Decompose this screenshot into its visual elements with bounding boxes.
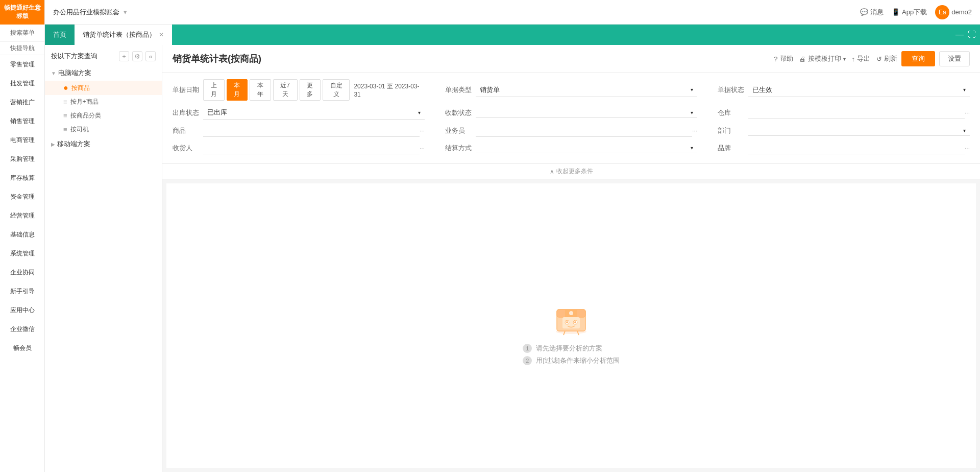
date-7days-btn[interactable]: 近7天: [273, 79, 298, 101]
sidebar-item-label: 畅会员: [13, 344, 32, 352]
out-status-select[interactable]: 已出库 ▾: [203, 106, 425, 120]
tree-item-by-month-product[interactable]: ≡ 按月+商品: [45, 95, 162, 109]
sidebar-item-system[interactable]: 系统管理: [0, 244, 44, 263]
setting-button[interactable]: 设置: [939, 51, 970, 66]
brand-dots-btn[interactable]: ···: [965, 145, 970, 152]
app-logo[interactable]: 畅捷通好生意 标版: [0, 0, 44, 25]
collapse-bar[interactable]: ∧ 收起更多条件: [162, 164, 980, 179]
scheme-tree: ▼ 电脑端方案 ● 按商品 ≡ 按月+商品 ≡ 按商品分类 ≡ 按司机: [45, 65, 162, 152]
print-btn[interactable]: 🖨 按模板打印 ▾: [799, 54, 846, 63]
tab-report[interactable]: 销货单统计表（按商品） ✕: [75, 25, 172, 45]
sidebar-item-label: 销售管理: [10, 117, 35, 126]
tab-home[interactable]: 首页: [45, 25, 75, 45]
sidebar-item-purchase[interactable]: 采购管理: [0, 150, 44, 169]
filter-doc-status-field: 单据状态 已生效 ▾: [718, 83, 970, 97]
tree-collapse-icon: ▶: [51, 141, 55, 147]
date-selector: 上月 本月 本年 近7天 更多 自定义 2023-03-01 至 2023-03…: [203, 79, 425, 101]
sidebar-item-capital[interactable]: 资金管理: [0, 187, 44, 206]
empty-state: 1 请先选择要分析的方案 2 用[过滤]条件来缩小分析范围: [166, 183, 976, 468]
warehouse-label: 仓库: [718, 108, 748, 117]
sidebar-item-app-center[interactable]: 应用中心: [0, 301, 44, 320]
add-scheme-btn[interactable]: +: [119, 51, 129, 61]
date-more-btn[interactable]: 更多: [300, 79, 321, 101]
tip-num-1: 1: [523, 344, 532, 353]
filter-brand-field: 品牌 ···: [718, 142, 970, 154]
sidebar-item-label: 新手引导: [10, 287, 35, 296]
empty-illustration: [546, 287, 597, 338]
tab-close-btn[interactable]: ✕: [159, 31, 164, 38]
date-this-year-btn[interactable]: 本年: [250, 79, 271, 101]
query-button[interactable]: 查询: [901, 51, 935, 66]
sidebar-item-basic[interactable]: 基础信息: [0, 225, 44, 244]
tree-item-by-product[interactable]: ● 按商品: [45, 81, 162, 95]
collapse-panel-btn[interactable]: «: [145, 51, 156, 61]
sidebar-item-operations[interactable]: 经营管理: [0, 206, 44, 225]
warehouse-dots-btn[interactable]: ···: [965, 109, 970, 116]
sidebar-item-zero-retail[interactable]: 零售管理: [0, 55, 44, 74]
phone-icon: 📱: [892, 8, 900, 16]
recipient-input[interactable]: [203, 142, 420, 154]
sidebar-item-member[interactable]: 畅会员: [0, 339, 44, 358]
sidebar-item-label: 营销推广: [10, 98, 35, 107]
sidebar-item-ecommerce[interactable]: 电商管理: [0, 131, 44, 150]
date-range-display: 2023-03-01 至 2023-03-31: [354, 82, 425, 98]
product-label: 商品: [173, 126, 203, 135]
date-custom-btn[interactable]: 自定义: [323, 79, 350, 101]
doc-type-select[interactable]: 销货单 ▾: [476, 83, 697, 97]
left-panel-header: 按以下方案查询 + ⚙ «: [45, 51, 162, 65]
sidebar-item-guide[interactable]: 新手引导: [0, 282, 44, 301]
dept-chevron-icon: ▾: [963, 128, 966, 133]
minimize-icon[interactable]: —: [955, 30, 964, 39]
product-dots-btn[interactable]: ···: [420, 127, 425, 134]
export-icon: ↑: [852, 55, 855, 63]
sidebar-item-label: 系统管理: [10, 249, 35, 258]
user-avatar-btn[interactable]: Ea demo2: [935, 5, 972, 19]
help-btn[interactable]: ? 帮助: [774, 54, 793, 63]
product-input[interactable]: [203, 125, 420, 137]
maximize-icon[interactable]: ⛶: [968, 30, 976, 39]
app-download-btn[interactable]: 📱 App下载: [892, 8, 927, 17]
quick-nav-btn[interactable]: 快捷导航: [0, 42, 44, 55]
chevron-down-icon[interactable]: ▾: [124, 8, 127, 16]
date-last-month-btn[interactable]: 上月: [203, 79, 225, 101]
doc-status-select[interactable]: 已生效 ▾: [748, 83, 970, 97]
sidebar-item-marketing[interactable]: 营销推广: [0, 93, 44, 112]
warehouse-input[interactable]: [748, 107, 965, 119]
sidebar: 畅捷通好生意 标版 搜索菜单 快捷导航 零售管理批发管理营销推广销售管理电商管理…: [0, 0, 45, 472]
sidebar-item-label: 企业协同: [10, 268, 35, 277]
date-this-month-btn[interactable]: 本月: [227, 79, 248, 101]
tip-num-2: 2: [523, 356, 532, 365]
sidebar-item-inventory[interactable]: 库存核算: [0, 169, 44, 187]
search-menu-btn[interactable]: 搜索菜单: [0, 25, 44, 42]
sidebar-item-enterprise[interactable]: 企业协同: [0, 263, 44, 282]
active-scheme-icon: ●: [63, 83, 68, 92]
recipient-dots-btn[interactable]: ···: [420, 145, 425, 152]
refresh-btn[interactable]: ↺ 刷新: [876, 54, 897, 63]
sidebar-item-wholesale[interactable]: 批发管理: [0, 74, 44, 93]
sidebar-item-label: 零售管理: [10, 60, 35, 69]
salesperson-input[interactable]: [476, 125, 692, 137]
salesperson-dots-btn[interactable]: ···: [692, 127, 697, 134]
message-btn[interactable]: 💬 消息: [860, 8, 884, 17]
sidebar-item-label: 电商管理: [10, 136, 35, 145]
filter-row-3: 商品 ··· 业务员 ··· 部门: [173, 125, 970, 137]
sidebar-item-wechat[interactable]: 企业微信: [0, 320, 44, 339]
tree-mobile-parent[interactable]: ▶ 移动端方案: [45, 136, 162, 152]
message-icon: 💬: [860, 8, 868, 16]
tree-item-by-driver[interactable]: ≡ 按司机: [45, 123, 162, 136]
tree-pc-parent[interactable]: ▼ 电脑端方案: [45, 65, 162, 81]
export-btn[interactable]: ↑ 导出: [852, 54, 871, 63]
panel-header-label: 按以下方案查询: [51, 52, 97, 61]
pay-status-select[interactable]: ▾: [476, 108, 697, 118]
svg-point-8: [566, 321, 568, 323]
right-panel: 销货单统计表(按商品) ? 帮助 🖨 按模板打印 ▾ ↑: [162, 45, 980, 472]
tree-item-by-category[interactable]: ≡ 按商品分类: [45, 109, 162, 123]
brand-input[interactable]: [748, 142, 965, 154]
dept-select[interactable]: ▾: [748, 126, 970, 136]
collapse-up-icon: ∧: [550, 168, 554, 175]
settings-scheme-btn[interactable]: ⚙: [132, 51, 142, 61]
sidebar-item-label: 采购管理: [10, 155, 35, 163]
doc-type-chevron-icon: ▾: [691, 87, 693, 92]
payment-select[interactable]: ▾: [476, 143, 697, 153]
sidebar-item-sales[interactable]: 销售管理: [0, 112, 44, 131]
